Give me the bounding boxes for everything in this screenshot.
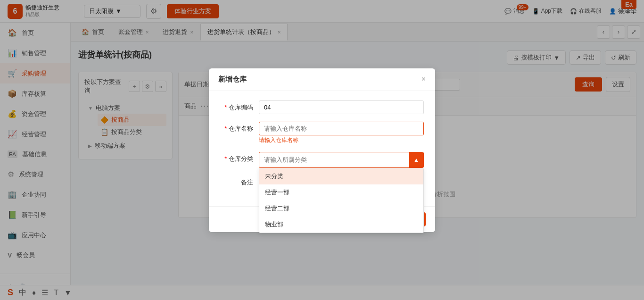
category-dropdown-input[interactable] [259,153,409,166]
dialog-body: 仓库编码 仓库名称 请输入仓库名称 仓库分类 [209,91,435,206]
modal-overlay: 新增仓库 × 仓库编码 仓库名称 请输入仓库名称 仓库分类 [0,0,644,300]
remark-label: 备注 [220,175,253,187]
warehouse-category-label: 仓库分类 [220,152,253,163]
warehouse-name-label: 仓库名称 [220,122,253,133]
dropdown-item-dept2[interactable]: 经营二部 [259,200,423,217]
category-dropdown-list: 未分类 经营一部 经营二部 物业部 [259,168,424,233]
dropdown-item-property[interactable]: 物业部 [259,217,423,233]
category-dropdown-row: ▲ [259,152,424,168]
warehouse-code-row: 仓库编码 [220,100,424,114]
warehouse-name-field: 请输入仓库名称 [259,122,424,144]
warehouse-code-field [259,100,424,114]
dialog-title: 新增仓库 [218,75,247,84]
warehouse-name-row: 仓库名称 请输入仓库名称 [220,122,424,144]
dialog-close-button[interactable]: × [421,75,426,83]
warehouse-code-label: 仓库编码 [220,100,253,112]
dialog-header: 新增仓库 × [209,68,435,91]
dropdown-item-dept1[interactable]: 经营一部 [259,184,423,200]
category-dropdown: ▲ 未分类 经营一部 经营二部 物业部 [259,152,424,168]
warehouse-category-row: 仓库分类 ▲ 未分类 经营一部 经营二部 物业部 [220,152,424,168]
category-dropdown-toggle[interactable]: ▲ [409,152,423,167]
warehouse-name-error: 请输入仓库名称 [259,136,424,144]
warehouse-name-input[interactable] [259,122,424,135]
dropdown-item-uncategorized[interactable]: 未分类 [259,168,423,184]
warehouse-code-input[interactable] [259,100,424,114]
new-warehouse-dialog: 新增仓库 × 仓库编码 仓库名称 请输入仓库名称 仓库分类 [209,68,435,232]
warehouse-category-field: ▲ 未分类 经营一部 经营二部 物业部 [259,152,424,168]
